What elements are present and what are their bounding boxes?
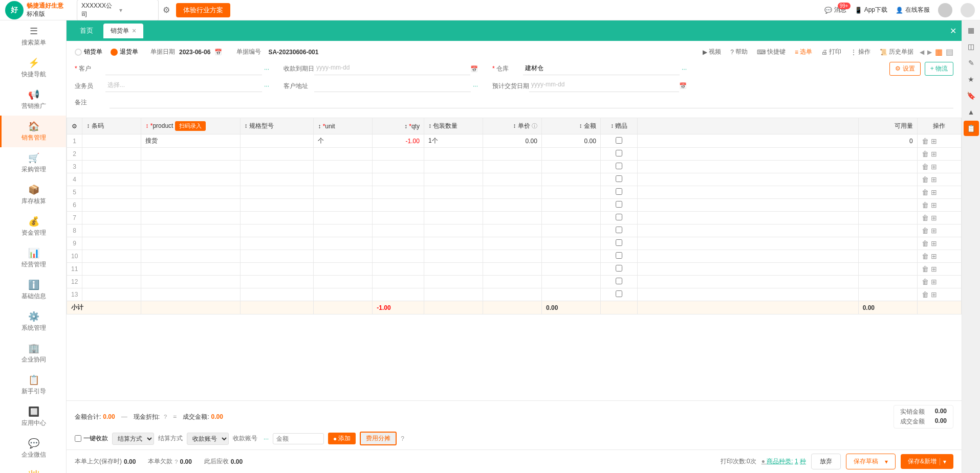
delete-row-icon[interactable]: 🗑 — [922, 278, 929, 286]
save-new-btn[interactable]: 保存&新增 ▾ — [901, 454, 953, 469]
remark-input[interactable] — [110, 96, 953, 108]
help-btn[interactable]: ? 帮助 — [727, 46, 751, 58]
save-draft-btn[interactable]: 保存草稿 ▾ — [846, 454, 896, 469]
customer-addr-input[interactable] — [314, 80, 471, 92]
row-product[interactable] — [141, 148, 240, 161]
save-draft-arrow[interactable]: ▾ — [881, 458, 888, 465]
add-payment-btn[interactable]: ● 添加 — [328, 433, 356, 444]
th-pkg-qty[interactable]: ↕ 包装数量 — [424, 118, 483, 134]
copy-row-icon[interactable]: ⊞ — [931, 150, 937, 158]
row-gift[interactable] — [600, 224, 637, 237]
row-barcode[interactable] — [82, 186, 141, 199]
row-barcode[interactable] — [82, 199, 141, 212]
row-price[interactable] — [483, 263, 541, 276]
row-unit[interactable] — [314, 186, 373, 199]
row-gift[interactable] — [600, 186, 637, 199]
row-gift[interactable] — [600, 148, 637, 161]
delete-row-icon[interactable]: 🗑 — [922, 265, 929, 273]
history-btn[interactable]: 📜 历史单据 — [877, 46, 917, 58]
amount-input[interactable] — [273, 433, 324, 444]
th-avail[interactable]: 可用量 — [858, 118, 917, 134]
delete-row-icon[interactable]: 🗑 — [922, 201, 929, 209]
row-spec[interactable] — [240, 263, 314, 276]
row-product[interactable] — [141, 173, 240, 186]
th-op[interactable]: 操作 — [917, 118, 961, 134]
row-gift[interactable] — [600, 134, 637, 148]
row-barcode[interactable] — [82, 148, 141, 161]
row-pkg-qty[interactable] — [424, 199, 483, 212]
right-panel-item-5[interactable]: 🔖 — [964, 88, 979, 103]
row-spec[interactable] — [240, 199, 314, 212]
row-pkg-qty[interactable] — [424, 161, 483, 173]
date-picker-icon[interactable]: 📅 — [214, 49, 222, 56]
customer-input[interactable] — [105, 63, 262, 75]
account-more-btn[interactable]: ··· — [264, 435, 269, 442]
fee-help-icon[interactable]: ? — [401, 435, 404, 442]
sidebar-item-marketing[interactable]: 📢 营销推广 — [0, 84, 66, 116]
row-gift[interactable] — [600, 263, 637, 276]
payment-account-select[interactable]: 收款账号 — [187, 433, 229, 445]
select-order-btn[interactable]: ≡ 选单 — [792, 46, 815, 58]
warehouse-more-btn[interactable]: ··· — [682, 65, 687, 73]
row-amount[interactable] — [541, 288, 600, 301]
row-unit[interactable] — [314, 199, 373, 212]
row-amount[interactable] — [541, 263, 600, 276]
one-click-payment[interactable]: 一键收款 — [75, 434, 108, 443]
row-price[interactable] — [483, 250, 541, 263]
delete-row-icon[interactable]: 🗑 — [922, 188, 929, 196]
row-amount[interactable] — [541, 186, 600, 199]
th-product[interactable]: ↕ *product 扫码录入 — [141, 118, 240, 134]
row-spec[interactable] — [240, 224, 314, 237]
right-panel-item-4[interactable]: ★ — [964, 72, 979, 87]
row-amount[interactable] — [541, 212, 600, 224]
row-barcode[interactable] — [82, 173, 141, 186]
print-btn[interactable]: 🖨 打印 — [818, 46, 844, 58]
copy-row-icon[interactable]: ⊞ — [931, 252, 937, 260]
company-settings-icon[interactable]: ⚙ — [163, 5, 170, 15]
th-setting[interactable]: ⚙ — [67, 118, 82, 134]
delete-row-icon[interactable]: 🗑 — [922, 252, 929, 260]
due-date-calendar-icon[interactable]: 📅 — [470, 65, 478, 73]
row-product[interactable] — [141, 224, 240, 237]
row-price[interactable] — [483, 288, 541, 301]
row-unit[interactable] — [314, 173, 373, 186]
row-price[interactable] — [483, 237, 541, 250]
th-spec[interactable]: ↕ 规格型号 — [240, 118, 314, 134]
row-barcode[interactable] — [82, 237, 141, 250]
row-barcode[interactable] — [82, 224, 141, 237]
row-unit[interactable] — [314, 263, 373, 276]
row-spec[interactable] — [240, 276, 314, 288]
row-product[interactable] — [141, 263, 240, 276]
row-gift[interactable] — [600, 276, 637, 288]
online-service-btn[interactable]: 👤 在线客服 — [896, 6, 930, 14]
row-pkg-qty[interactable] — [424, 288, 483, 301]
radio-sale[interactable]: 销货单 — [75, 48, 102, 56]
price-info-icon[interactable]: ⓘ — [532, 123, 537, 129]
radio-return[interactable]: 退货单 — [111, 48, 138, 56]
sidebar-item-newbie[interactable]: 📋 新手引导 — [0, 369, 66, 401]
row-spec[interactable] — [240, 161, 314, 173]
user-avatar-2[interactable] — [961, 3, 975, 17]
copy-row-icon[interactable]: ⊞ — [931, 227, 937, 235]
delete-row-icon[interactable]: 🗑 — [922, 239, 929, 247]
copy-row-icon[interactable]: ⊞ — [931, 201, 937, 209]
row-price[interactable] — [483, 212, 541, 224]
row-product[interactable] — [141, 276, 240, 288]
row-price[interactable] — [483, 199, 541, 212]
row-barcode[interactable] — [82, 250, 141, 263]
copy-row-icon[interactable]: ⊞ — [931, 265, 937, 273]
row-unit[interactable] — [314, 288, 373, 301]
sidebar-item-capital[interactable]: 💰 资金管理 — [0, 211, 66, 242]
row-product[interactable] — [141, 199, 240, 212]
row-price[interactable] — [483, 186, 541, 199]
sidebar-item-operation[interactable]: 📊 经营管理 — [0, 242, 66, 274]
row-pkg-qty[interactable] — [424, 263, 483, 276]
th-barcode[interactable]: ↕ 条码 — [82, 118, 141, 134]
sidebar-item-inventory[interactable]: 📦 库存核算 — [0, 179, 66, 211]
row-unit[interactable] — [314, 237, 373, 250]
row-qty[interactable] — [373, 288, 424, 301]
logistics-btn[interactable]: + 物流 — [925, 62, 953, 76]
sidebar-item-system[interactable]: ⚙️ 系统管理 — [0, 306, 66, 337]
row-unit[interactable] — [314, 224, 373, 237]
warehouse-input[interactable]: 建材仓 — [523, 63, 680, 75]
